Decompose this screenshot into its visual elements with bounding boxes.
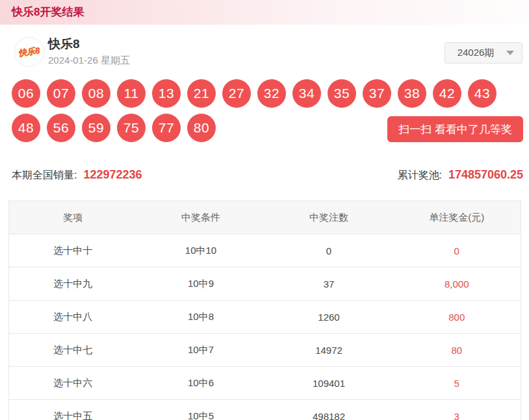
scan-button[interactable]: 扫一扫 看看中了几等奖 <box>387 116 523 142</box>
count-cell: 37 <box>265 267 393 301</box>
sales-value: 122972236 <box>83 168 142 181</box>
jackpot: 累计奖池:174857060.25 <box>397 168 523 182</box>
sales-label: 本期全国销量: <box>12 169 77 180</box>
lottery-ball: 80 <box>187 114 216 142</box>
lottery-ball: 08 <box>82 79 110 108</box>
lottery-ball: 43 <box>468 79 497 108</box>
prize-table: 奖项 中奖条件 中奖注数 单注奖金(元) 选十中十10中1000选十中九10中9… <box>8 201 521 420</box>
count-cell: 0 <box>265 234 393 267</box>
lottery-ball: 21 <box>187 79 216 108</box>
lottery-ball: 06 <box>12 79 40 108</box>
condition-cell: 10中9 <box>137 267 265 301</box>
chevron-down-icon <box>506 51 514 55</box>
lottery-ball: 32 <box>257 79 286 108</box>
lottery-ball: 07 <box>47 79 75 108</box>
lottery-ball: 48 <box>12 114 40 142</box>
game-meta: 快乐8 2024-01-26 星期五 <box>48 36 130 68</box>
lottery-ball: 35 <box>328 79 356 108</box>
lottery-ball: 27 <box>222 79 251 108</box>
prize-cell: 选十中十 <box>9 234 137 267</box>
col-header-condition: 中奖条件 <box>137 201 265 234</box>
lottery-ball: 75 <box>117 114 146 142</box>
lottery-ball: 37 <box>363 79 391 108</box>
game-logo-text: 快乐8 <box>18 45 40 59</box>
lottery-ball: 59 <box>82 114 110 142</box>
prize-cell: 选十中九 <box>9 267 137 301</box>
condition-cell: 10中10 <box>137 234 265 267</box>
condition-cell: 10中5 <box>137 400 265 420</box>
condition-cell: 10中6 <box>137 367 265 400</box>
count-cell: 14972 <box>265 334 393 367</box>
game-title: 快乐8 <box>48 36 130 52</box>
amount-cell: 8,000 <box>393 267 521 301</box>
game-logo: 快乐8 <box>14 37 44 67</box>
amount-cell: 3 <box>393 400 521 420</box>
jackpot-value: 174857060.25 <box>448 168 523 181</box>
amount-cell: 80 <box>393 334 521 367</box>
prize-cell: 选十中六 <box>9 367 137 400</box>
period-dropdown[interactable]: 24026期 <box>445 42 523 64</box>
table-header-row: 奖项 中奖条件 中奖注数 单注奖金(元) <box>9 201 521 234</box>
amount-cell: 0 <box>393 234 521 267</box>
game-header: 快乐8 快乐8 2024-01-26 星期五 24026期 <box>0 37 529 68</box>
table-row: 选十中五10中54981823 <box>9 400 521 420</box>
col-header-count: 中奖注数 <box>265 201 393 234</box>
jackpot-label: 累计奖池: <box>397 169 441 180</box>
lottery-ball: 38 <box>398 79 426 108</box>
amount-cell: 800 <box>393 301 521 334</box>
draw-date: 2024-01-26 星期五 <box>48 53 130 68</box>
page-title: 快乐8开奖结果 <box>12 6 84 18</box>
table-row: 选十中九10中9378,000 <box>9 267 521 301</box>
table-row: 选十中七10中71497280 <box>9 334 521 367</box>
table-row: 选十中八10中81260800 <box>9 301 521 334</box>
lottery-ball: 34 <box>292 79 321 108</box>
prize-cell: 选十中七 <box>9 334 137 367</box>
winning-numbers-section: 0607081113212732343537384243485659757780… <box>0 79 529 142</box>
page-header-bar: 快乐8开奖结果 <box>0 0 529 25</box>
page: 快乐8开奖结果 快乐8 快乐8 2024-01-26 星期五 24026期 06… <box>0 0 529 420</box>
national-sales: 本期全国销量:122972236 <box>12 168 142 182</box>
col-header-amount: 单注奖金(元) <box>393 201 521 234</box>
prize-cell: 选十中八 <box>9 301 137 334</box>
lottery-ball: 56 <box>47 114 75 142</box>
sales-info-row: 本期全国销量:122972236 累计奖池:174857060.25 <box>12 168 523 182</box>
count-cell: 109401 <box>265 367 393 400</box>
table-row: 选十中十10中1000 <box>9 234 521 267</box>
prize-table-body: 选十中十10中1000选十中九10中9378,000选十中八10中8126080… <box>9 234 521 420</box>
table-row: 选十中六10中61094015 <box>9 367 521 400</box>
period-dropdown-value: 24026期 <box>445 47 506 59</box>
col-header-prize: 奖项 <box>9 201 137 234</box>
amount-cell: 5 <box>393 367 521 400</box>
count-cell: 498182 <box>265 400 393 420</box>
lottery-ball: 11 <box>117 79 146 108</box>
count-cell: 1260 <box>265 301 393 334</box>
prize-cell: 选十中五 <box>9 400 137 420</box>
condition-cell: 10中7 <box>137 334 265 367</box>
lottery-ball: 42 <box>433 79 461 108</box>
lottery-ball: 13 <box>152 79 181 108</box>
condition-cell: 10中8 <box>137 301 265 334</box>
lottery-ball: 77 <box>152 114 181 142</box>
